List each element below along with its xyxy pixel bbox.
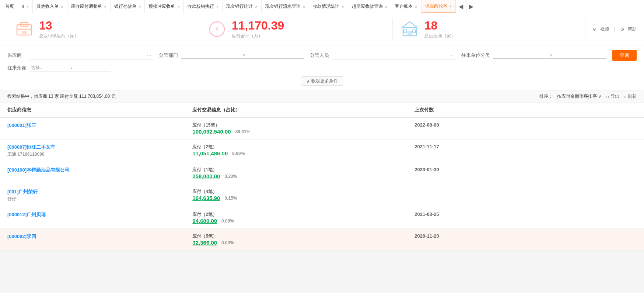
balance-select[interactable]: 选择... ∨ [29,64,111,72]
person-input-wrap[interactable]: ··· [332,52,455,59]
tab-advance-writeoff-close[interactable]: × [177,4,179,9]
summary-amount-label: 应付合计（万） [232,33,284,39]
supplier-input[interactable] [30,53,147,58]
search-button[interactable]: 查询 [612,50,637,61]
summary-card3-text: 18 总供应商（家） [424,19,455,39]
dept-dropdown-icon: ∨ [242,53,302,58]
tab-bank-deposit[interactable]: 银行存款单 × [111,0,145,13]
video-link[interactable]: 视频 [600,26,609,32]
help-link[interactable]: 帮助 [628,26,637,32]
payable-label: 应付（4笔） [192,189,414,195]
results-bar: 搜索结果中，供应商 13 家 应付金额 111,703,854.00 元 排序：… [0,90,644,103]
tab-supplier-account[interactable]: 供应商账本 × [421,0,456,13]
tab-3-close[interactable]: × [27,4,29,9]
payable-row: 164,635.90 0.15% [192,195,414,201]
supplier-link[interactable]: [000012]广州贝瑞 [7,212,46,217]
help-icon: ⊙ [620,27,624,32]
collapse-icon: ∧ [307,79,310,84]
tab-ap-adjust[interactable]: 应收应付调整单 × [67,0,111,13]
supplier-link[interactable]: [000100]本特勤油品有限公司 [7,167,70,173]
supplier-info-cell: [000002]李四 [7,233,192,241]
supplier-link[interactable]: [000001]张三 [7,123,36,128]
payable-amount[interactable]: 94,600.00 [192,218,217,224]
tab-ap-adjust-label: 应收应付调整单 [71,3,102,10]
person-dots-btn[interactable]: ··· [449,52,454,58]
col-header-payable: 应付交易信息（占比） [192,107,414,113]
supplier-link[interactable]: [000007]恒旺二手叉车 [7,144,55,150]
tab-receipt-verify[interactable]: 收款核销执行 × [184,0,223,13]
payable-label: 应付（2笔） [192,211,414,218]
tab-receipt-verify-close[interactable]: × [216,4,218,9]
tab-advance-writeoff[interactable]: 预收冲应收单 × [145,0,183,13]
payable-amount[interactable]: 164,635.90 [192,195,220,201]
result-actions: 排序： 按应付余额倒序排序 ∨ ○ 导出 ○ 刷新 [539,93,637,100]
tab-cash-bank-stat-close[interactable]: × [255,4,257,9]
tab-3[interactable]: 3 × [18,0,33,13]
tab-customer-account-label: 客户账本 [395,3,413,10]
collapse-label: 收起更多条件 [311,78,338,84]
tab-overdue-query-label: 超期应收款查询 [352,3,383,10]
supplier-input-wrap[interactable]: ··· [29,52,153,59]
tab-other-income-close[interactable]: × [61,4,63,9]
payable-percent: 0.08% [221,218,234,224]
tab-supplier-account-close[interactable]: × [449,4,452,8]
search-field-supplier: 供应商 ··· [7,52,153,59]
supplier-dots-btn[interactable]: ··· [147,52,151,58]
tab-cash-bank-stat[interactable]: 现金银行统计 × [223,0,261,13]
payable-percent: 9.89% [232,151,245,156]
collapse-button[interactable]: ∧ 收起更多条件 [301,76,343,86]
payable-info-cell: 应付（4笔） 164,635.90 0.15% [192,189,414,201]
svg-rect-9 [413,30,416,33]
table-header: 供应商信息 应付交易信息（占比） 上次付数 [0,103,644,118]
tab-customer-account-close[interactable]: × [415,4,417,9]
result-info-prefix: 搜索结果中，供应商 [7,94,47,99]
supplier-link[interactable]: [001]广州荣轩 [7,189,38,194]
supplier-name: [001]广州荣轩 [7,189,192,195]
payable-amount[interactable]: 11,051,486.00 [192,150,228,156]
category-label: 往来单位分类 [461,52,490,59]
payable-label: 应付（1笔） [192,167,414,173]
tab-overdue-query-close[interactable]: × [385,4,387,9]
payable-info-cell: 应付（2笔） 94,600.00 0.08% [192,211,414,224]
tab-customer-account[interactable]: 客户账本 × [391,0,421,13]
last-pay-cell: 2021-03-25 [414,211,563,217]
tab-cash-bank-flow[interactable]: 现金银行流水查询 × [262,0,309,13]
tab-other-income[interactable]: 其他收入单 × [33,0,67,13]
tab-cash-bank-flow-label: 现金银行流水查询 [265,3,301,10]
category-select[interactable]: ∨ [493,52,607,59]
tab-bank-deposit-close[interactable]: × [139,4,141,9]
payable-row: 11,051,486.00 9.89% [192,150,414,156]
payable-amount[interactable]: 258,000.00 [192,173,220,179]
nav-left-arrow[interactable]: ◀ [456,0,466,13]
tab-cash-bank-flow-close[interactable]: × [303,4,305,9]
export-button[interactable]: ○ 导出 [606,93,619,100]
payable-percent: 0.03% [221,240,234,245]
payable-amount[interactable]: 32,366.00 [192,239,217,246]
table-row: [000007]恒旺二手叉车 王通 17106110000 应付（2笔） 11,… [0,139,644,162]
summary-card-total-suppliers: 18 总供应商（家） [393,18,585,41]
supplier-name: [000100]本特勤油品有限公司 [7,167,192,173]
nav-right-arrow[interactable]: ▶ [466,0,476,13]
sort-dropdown[interactable]: 按应付余额倒序排序 ∨ [557,93,602,100]
tab-overdue-query[interactable]: 超期应收款查询 × [348,0,391,13]
search-row-2: 往来余额 选择... ∨ [7,64,637,72]
supplier-name: [000007]恒旺二手叉车 [7,144,192,151]
payable-amount[interactable]: 100,092,540.00 [192,128,231,135]
tab-receipt-stat[interactable]: 收款情况统计 × [309,0,348,13]
collapse-bar: ∧ 收起更多条件 [7,75,637,87]
person-input[interactable] [333,53,449,58]
supplier-link[interactable]: [000002]李四 [7,234,36,239]
payable-row: 258,000.00 0.23% [192,173,414,179]
dept-select[interactable]: ∨ [181,52,304,59]
tab-supplier-account-label: 供应商账本 [425,3,447,9]
tab-home[interactable]: 首页 [1,0,18,13]
tab-receipt-stat-close[interactable]: × [342,4,344,9]
payable-percent: 0.15% [224,196,237,201]
tab-receipt-stat-label: 收款情况统计 [313,3,339,10]
refresh-button[interactable]: ○ 刷新 [624,93,637,100]
tab-home-label: 首页 [5,3,14,10]
supplier-name: [000002]李四 [7,233,192,240]
tab-ap-adjust-close[interactable]: × [104,4,106,9]
data-table: 供应商信息 应付交易信息（占比） 上次付数 [000001]张三 应付（15笔）… [0,103,644,251]
sort-label: 排序： [539,93,553,100]
